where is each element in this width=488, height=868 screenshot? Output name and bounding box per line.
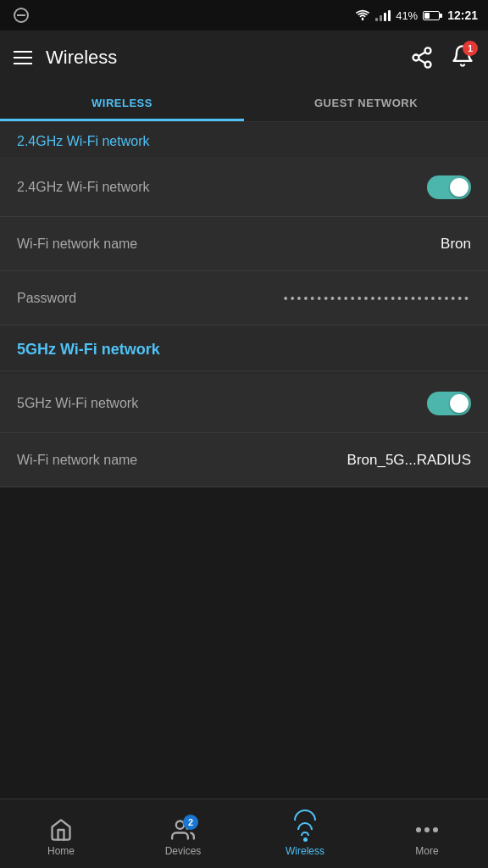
nav-label-wireless: Wireless	[286, 845, 324, 857]
devices-icon: 2	[171, 818, 195, 842]
label-wifi-name-2.4ghz: Wi-Fi network name	[17, 236, 137, 252]
tab-wireless[interactable]: WIRELESS	[0, 85, 244, 121]
toggle-5ghz[interactable]	[427, 392, 471, 415]
status-bar-left	[14, 8, 29, 23]
svg-point-0	[362, 19, 364, 21]
section-header-2.4ghz: 2.4GHz Wi-Fi network	[0, 122, 488, 159]
tab-bar: WIRELESS GUEST NETWORK	[0, 85, 488, 122]
nav-item-devices[interactable]: 2 Devices	[122, 811, 244, 857]
menu-button[interactable]	[14, 51, 32, 64]
battery-icon	[423, 11, 442, 20]
value-wifi-name-2.4ghz: Bron	[441, 236, 471, 253]
svg-line-5	[419, 53, 425, 57]
tab-guest-network[interactable]: GUEST NETWORK	[244, 85, 488, 121]
nav-item-wireless[interactable]: Wireless	[244, 811, 366, 857]
bottom-navigation: Home 2 Devices Wireless	[0, 798, 488, 868]
label-5ghz-network: 5GHz Wi-Fi network	[17, 396, 138, 411]
home-icon	[49, 818, 73, 842]
section-header-5ghz: 5GHz Wi-Fi network	[0, 326, 488, 371]
header-icons: 1	[410, 44, 474, 71]
row-2.4ghz-password[interactable]: Password ••••••••••••••••••••••••••••	[0, 271, 488, 326]
row-2.4ghz-name[interactable]: Wi-Fi network name Bron	[0, 217, 488, 271]
nav-label-devices: Devices	[165, 845, 202, 857]
nav-item-more[interactable]: More	[366, 811, 488, 857]
notification-badge: 1	[463, 41, 478, 56]
row-2.4ghz-toggle[interactable]: 2.4GHz Wi-Fi network	[0, 159, 488, 217]
more-icon	[415, 818, 439, 842]
status-bar-right: 41% 12:21	[355, 8, 478, 22]
nav-item-home[interactable]: Home	[0, 811, 122, 857]
value-password-2.4ghz: ••••••••••••••••••••••••••••	[284, 292, 471, 305]
time: 12:21	[447, 8, 478, 22]
nav-label-home: Home	[47, 845, 75, 857]
label-password-2.4ghz: Password	[17, 291, 76, 306]
nav-label-more: More	[415, 845, 438, 857]
app-header: Wireless 1	[0, 31, 488, 85]
status-bar: 41% 12:21	[0, 0, 488, 31]
wifi-nav-icon	[293, 818, 317, 842]
row-5ghz-name[interactable]: Wi-Fi network name Bron_5G...RADIUS	[0, 433, 488, 487]
toggle-2.4ghz[interactable]	[427, 175, 471, 199]
wifi-status-icon	[355, 9, 370, 21]
label-wifi-name-5ghz: Wi-Fi network name	[17, 453, 137, 468]
devices-badge: 2	[183, 815, 198, 830]
battery-percent: 41%	[396, 9, 418, 22]
page-title: Wireless	[46, 47, 410, 69]
label-2.4ghz-network: 2.4GHz Wi-Fi network	[17, 180, 149, 195]
android-icon	[14, 8, 29, 23]
signal-bars	[375, 9, 391, 21]
row-5ghz-toggle[interactable]: 5GHz Wi-Fi network	[0, 375, 488, 433]
content-area: 2.4GHz Wi-Fi network 2.4GHz Wi-Fi networ…	[0, 122, 488, 487]
notifications-button[interactable]: 1	[451, 44, 474, 71]
svg-line-4	[419, 59, 425, 64]
value-wifi-name-5ghz: Bron_5G...RADIUS	[347, 452, 471, 469]
share-icon[interactable]	[410, 46, 434, 70]
